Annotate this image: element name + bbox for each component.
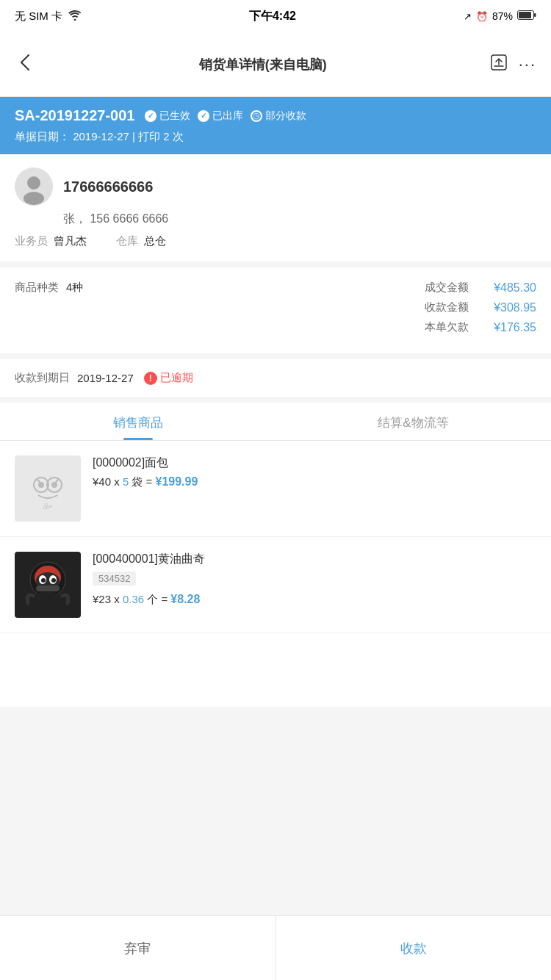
check-icon-2: [198, 110, 209, 122]
table-row: [000400001]黄油曲奇 534532 ¥23 x 0.36 个 = ¥8…: [0, 537, 551, 633]
amount-value: ¥485.30: [478, 281, 536, 295]
due-date: 2019-12-27: [77, 372, 134, 384]
back-button[interactable]: [15, 48, 35, 81]
tab-products[interactable]: 销售商品: [0, 403, 276, 440]
product-qty-1: 5: [123, 475, 129, 488]
product-sku-2: 534532: [93, 572, 136, 586]
amount-label: 成交金额: [425, 281, 469, 295]
confirm-button[interactable]: 收款: [276, 916, 552, 980]
product-total-2: ¥8.28: [170, 593, 200, 605]
svg-point-5: [27, 176, 40, 190]
status-left: 无 SIM 卡: [15, 10, 82, 24]
svg-point-19: [41, 578, 46, 583]
nav-actions: ···: [491, 54, 536, 74]
overdue-text: 已逾期: [160, 371, 193, 385]
more-button[interactable]: ···: [519, 55, 536, 74]
order-date: 单据日期： 2019-12-27 | 打印 2 次: [15, 130, 536, 144]
product-thumbnail-1: 品+: [15, 455, 81, 522]
product-info-2: [000400001]黄油曲奇 534532 ¥23 x 0.36 个 = ¥8…: [93, 552, 536, 607]
svg-rect-1: [519, 12, 531, 18]
alarm-icon: ⏰: [476, 11, 488, 22]
svg-point-6: [24, 192, 44, 205]
battery-text: 87%: [492, 10, 513, 22]
due-section: 收款到期日 2019-12-27 ! 已逾期: [0, 359, 551, 397]
status-right: ↗ ⏰ 87%: [464, 10, 536, 22]
page-title: 销货单详情(来自电脑): [35, 56, 491, 73]
received-label: 收款金额: [425, 300, 469, 314]
cancel-button[interactable]: 弃审: [0, 916, 276, 980]
carrier-text: 无 SIM 卡: [15, 10, 62, 24]
product-info-1: [0000002]面包 ¥40 x 5 袋 = ¥199.99: [93, 455, 536, 489]
summary-left: 商品种类 4种: [15, 281, 425, 298]
product-total-1: ¥199.99: [156, 475, 198, 488]
status-bar: 无 SIM 卡 下午4:42 ↗ ⏰ 87%: [0, 0, 551, 32]
summary-section: 商品种类 4种 成交金额 ¥485.30 收款金额 ¥308.95 本单欠款 ¥…: [0, 267, 551, 353]
customer-section: 17666666666 张， 156 6666 6666 业务员 曾凡杰 仓库 …: [0, 154, 551, 262]
product-qty-2: 0.36: [123, 593, 144, 605]
owed-row: 本单欠款 ¥176.35: [425, 320, 536, 334]
check-icon: [145, 110, 156, 122]
types-value: 4种: [66, 281, 83, 295]
tabs-section: 销售商品 结算&物流等: [0, 403, 551, 441]
customer-phone: 17666666666: [63, 179, 153, 195]
battery-icon: [517, 10, 536, 22]
product-price-1: ¥40 x 5 袋 = ¥199.99: [93, 475, 536, 489]
tab-settlement[interactable]: 结算&物流等: [276, 403, 551, 440]
owed-label: 本单欠款: [425, 320, 469, 334]
wifi-icon: [68, 10, 82, 23]
salesperson-value: 曾凡杰: [54, 234, 87, 248]
nav-bar: 销货单详情(来自电脑) ···: [0, 32, 551, 97]
table-row: 品+ [0000002]面包 ¥40 x 5 袋 = ¥199.99: [0, 441, 551, 537]
warehouse-value: 总仓: [144, 234, 166, 248]
svg-text:品+: 品+: [43, 503, 53, 510]
badge-effective: 已生效: [145, 109, 190, 123]
badge-partial: 部分收款: [251, 109, 306, 123]
status-time: 下午4:42: [249, 9, 296, 24]
summary-right: 成交金额 ¥485.30 收款金额 ¥308.95 本单欠款 ¥176.35: [425, 281, 536, 340]
types-label: 商品种类: [15, 281, 59, 295]
svg-point-20: [51, 578, 56, 583]
share-button[interactable]: [491, 54, 507, 74]
salesperson-label: 业务员: [15, 234, 48, 248]
svg-point-10: [38, 482, 44, 488]
received-value: ¥308.95: [478, 301, 536, 314]
location-icon: ↗: [464, 11, 472, 22]
customer-detail: 张， 156 6666 6666: [15, 212, 536, 227]
svg-point-11: [51, 482, 57, 488]
product-types: 商品种类 4种: [15, 281, 425, 295]
clock-icon: [251, 110, 262, 122]
bottom-bar: 弃审 收款: [0, 915, 551, 980]
product-thumbnail-2: [15, 552, 81, 618]
svg-point-22: [33, 591, 62, 612]
product-name-1: [0000002]面包: [93, 455, 536, 471]
salesperson-item: 业务员 曾凡杰: [15, 234, 87, 248]
received-row: 收款金额 ¥308.95: [425, 300, 536, 314]
order-banner: SA-20191227-001 已生效 已出库 部分收款 单据日期： 2019-…: [0, 97, 551, 154]
customer-meta: 业务员 曾凡杰 仓库 总仓: [15, 234, 536, 248]
owed-value: ¥176.35: [478, 321, 536, 334]
overdue-badge: ! 已逾期: [144, 371, 193, 385]
avatar: [15, 167, 53, 206]
badge-shipped: 已出库: [198, 109, 243, 123]
product-price-2: ¥23 x 0.36 个 = ¥8.28: [93, 593, 536, 607]
due-label: 收款到期日: [15, 371, 70, 385]
svg-rect-21: [36, 586, 60, 591]
svg-rect-2: [534, 13, 536, 17]
overdue-icon: !: [144, 372, 157, 385]
warehouse-label: 仓库: [116, 234, 138, 248]
product-name-2: [000400001]黄油曲奇: [93, 552, 536, 567]
amount-row: 成交金额 ¥485.30: [425, 281, 536, 295]
order-badges: 已生效 已出库 部分收款: [145, 109, 306, 123]
customer-top: 17666666666: [15, 167, 536, 206]
order-id: SA-20191227-001: [15, 107, 134, 124]
warehouse-item: 仓库 总仓: [116, 234, 166, 248]
products-section: 品+ [0000002]面包 ¥40 x 5 袋 = ¥199.99: [0, 441, 551, 707]
